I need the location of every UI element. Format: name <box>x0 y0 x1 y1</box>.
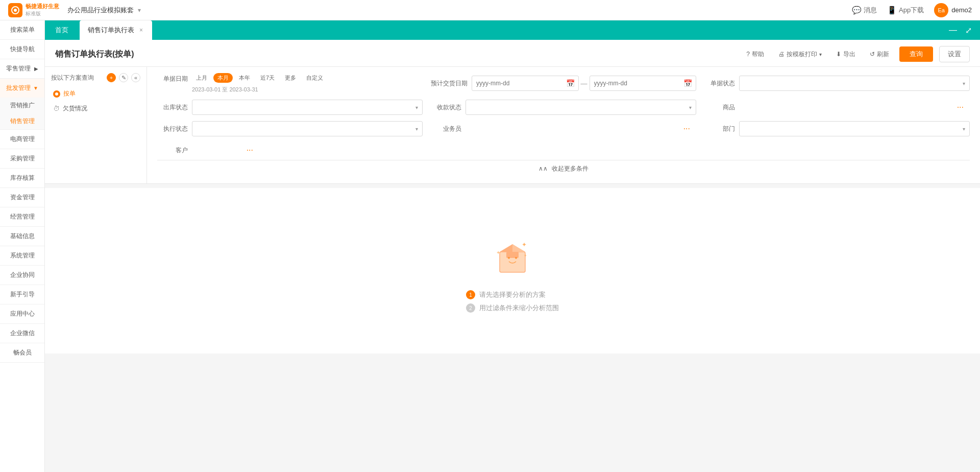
salesperson-label: 业务员 <box>431 125 461 133</box>
wholesale-sub-items: 营销推广 销售管理 <box>0 98 44 129</box>
query-button[interactable]: 查询 <box>899 46 933 62</box>
sidebar-item-enterprise[interactable]: 企业协同 <box>0 266 44 285</box>
sidebar-item-search-menu[interactable]: 搜索菜单 <box>0 20 44 40</box>
sidebar-item-finance[interactable]: 资金管理 <box>0 188 44 207</box>
user-profile[interactable]: Ea demo2 <box>934 3 972 17</box>
phone-icon: 📱 <box>887 6 897 15</box>
salesperson-dots-icon[interactable]: ··· <box>681 122 692 135</box>
collection-chevron-icon: ▾ <box>689 105 692 110</box>
execution-status-field: 执行状态 ▾ <box>157 121 423 136</box>
order-status-select[interactable]: ▾ <box>739 76 970 91</box>
sidebar: 搜索菜单 快捷导航 零售管理 ▶ 批发管理 ▼ 营销推广 销售管理 电商管理 采… <box>0 20 45 472</box>
sidebar-item-newuser[interactable]: 新手引导 <box>0 285 44 304</box>
sidebar-item-quick-nav[interactable]: 快捷导航 <box>0 40 44 59</box>
header-left: 畅捷通好生意 标准版 办公用品行业模拟账套 ▾ <box>8 3 141 17</box>
tab-minimize-icon[interactable]: — <box>947 23 959 37</box>
scheme-add-button[interactable]: + <box>107 73 116 82</box>
date-tag-this-month[interactable]: 本月 <box>213 73 233 83</box>
sidebar-item-wholesale[interactable]: 批发管理 ▼ <box>0 79 44 98</box>
logo-text: 畅捷通好生意 标准版 <box>26 3 59 17</box>
sidebar-item-wechat[interactable]: 企业微信 <box>0 324 44 343</box>
print-button[interactable]: 🖨 按模板打印 ▾ <box>774 48 826 61</box>
department-select[interactable]: ▾ <box>739 121 970 136</box>
sidebar-item-apps[interactable]: 应用中心 <box>0 304 44 324</box>
department-chevron-icon: ▾ <box>963 126 965 132</box>
salesperson-field: 业务员 ··· <box>431 121 696 136</box>
svg-text:✦: ✦ <box>496 250 500 255</box>
tab-maximize-icon[interactable]: ⤢ <box>963 23 974 37</box>
tab-sales-order[interactable]: 销售订单执行表 × <box>80 20 152 40</box>
export-button[interactable]: ⬇ 导出 <box>832 48 860 61</box>
customer-select[interactable]: ··· <box>192 143 259 158</box>
sidebar-item-purchase[interactable]: 采购管理 <box>0 149 44 169</box>
nav-section-wholesale: 批发管理 ▼ 营销推广 销售管理 <box>0 79 44 130</box>
tab-bar-right: — ⤢ <box>947 23 980 37</box>
refresh-button[interactable]: ↺ 刷新 <box>866 48 893 61</box>
department-field: 部门 ▾ <box>704 121 970 136</box>
calendar-end-icon[interactable]: 📅 <box>683 79 692 87</box>
date-tag-custom[interactable]: 自定义 <box>302 73 327 83</box>
sidebar-item-inventory[interactable]: 库存核算 <box>0 169 44 188</box>
execution-chevron-icon: ▾ <box>415 126 418 132</box>
order-status-field: 单据状态 ▾ <box>704 76 970 91</box>
filter-row-1: 单据日期 上月 本月 本年 近7天 更多 自定义 <box>157 73 970 93</box>
customer-dots-icon[interactable]: ··· <box>244 144 255 157</box>
filter-schemes: 按以下方案查询 + ✎ « <box>45 67 147 183</box>
outbound-status-label: 出库状态 <box>157 103 188 112</box>
filter-layout: 按以下方案查询 + ✎ « <box>45 67 980 183</box>
sidebar-item-sales-mgmt[interactable]: 销售管理 <box>0 113 44 129</box>
retail-chevron-icon: ▶ <box>34 66 38 72</box>
print-chevron-icon: ▾ <box>819 52 822 57</box>
step-2-num: 2 <box>466 303 475 313</box>
svg-text:✦: ✦ <box>524 253 527 258</box>
app-download-action[interactable]: 📱 App下载 <box>887 6 924 15</box>
outbound-status-select[interactable]: ▾ <box>192 100 423 115</box>
page-title: 销售订单执行表(按单) <box>55 49 134 60</box>
sidebar-item-basic-info[interactable]: 基础信息 <box>0 227 44 246</box>
sidebar-item-ecommerce[interactable]: 电商管理 <box>0 130 44 149</box>
sidebar-item-retail[interactable]: 零售管理 ▶ <box>0 59 44 78</box>
help-button[interactable]: ? 帮助 <box>742 48 768 61</box>
collection-status-field: 收款状态 ▾ <box>431 100 696 115</box>
empty-step-1: 1 请先选择要分析的方案 <box>466 290 559 299</box>
content-area: 首页 销售订单执行表 × — ⤢ 销售订单执行表(按单) ? 帮助 <box>45 20 980 472</box>
sidebar-item-system[interactable]: 系统管理 <box>0 246 44 266</box>
filter-row-4: 客户 ··· <box>157 143 970 158</box>
tab-home[interactable]: 首页 <box>45 20 79 40</box>
scheme-item-shortage[interactable]: ⏱ 欠货情况 <box>45 101 146 116</box>
settings-button[interactable]: 设置 <box>939 46 970 62</box>
main-layout: 搜索菜单 快捷导航 零售管理 ▶ 批发管理 ▼ 营销推广 销售管理 电商管理 采… <box>0 20 980 472</box>
scheme-edit-button[interactable]: ✎ <box>119 73 128 82</box>
scheme-header: 按以下方案查询 + ✎ « <box>45 73 146 86</box>
date-separator: — <box>581 80 587 87</box>
collapse-button[interactable]: ∧∧ 收起更多条件 <box>157 160 970 177</box>
tab-close-icon[interactable]: × <box>138 26 144 35</box>
collection-status-select[interactable]: ▾ <box>465 100 696 115</box>
execution-status-select[interactable]: ▾ <box>192 121 423 136</box>
sidebar-item-operation[interactable]: 经营管理 <box>0 207 44 227</box>
refresh-icon: ↺ <box>870 51 875 58</box>
breadcrumb-arrow-icon[interactable]: ▾ <box>138 7 141 14</box>
scheme-actions: + ✎ « <box>107 73 140 82</box>
delivery-date-start-wrapper: 📅 <box>472 76 579 91</box>
date-tag-more[interactable]: 更多 <box>281 73 300 83</box>
svg-point-6 <box>508 257 510 259</box>
scheme-item-order[interactable]: 按单 <box>45 86 146 101</box>
salesperson-select[interactable]: ··· <box>465 121 696 136</box>
date-range-text: 2023-03-01 至 2023-03-31 <box>157 86 258 93</box>
scheme-clock-icon: ⏱ <box>53 105 60 112</box>
empty-state: ✦ ✦ ✦ 1 请先选择要分析的方案 2 用过滤条件来缩小分析范围 <box>45 188 980 353</box>
delivery-date-start[interactable] <box>472 76 579 91</box>
sidebar-item-membership[interactable]: 畅会员 <box>0 343 44 363</box>
message-action[interactable]: 💬 消息 <box>852 6 877 15</box>
sidebar-item-marketing[interactable]: 营销推广 <box>0 98 44 113</box>
scheme-collapse-button[interactable]: « <box>131 73 140 82</box>
date-tag-last-month[interactable]: 上月 <box>192 73 211 83</box>
goods-select[interactable]: ··· <box>739 100 970 115</box>
date-range-inputs: 📅 — 📅 <box>472 76 696 91</box>
calendar-start-icon[interactable]: 📅 <box>566 79 575 87</box>
date-tag-this-year[interactable]: 本年 <box>235 73 254 83</box>
goods-dots-icon[interactable]: ··· <box>955 101 966 114</box>
delivery-date-end[interactable] <box>590 76 697 91</box>
date-tag-7days[interactable]: 近7天 <box>256 73 279 83</box>
